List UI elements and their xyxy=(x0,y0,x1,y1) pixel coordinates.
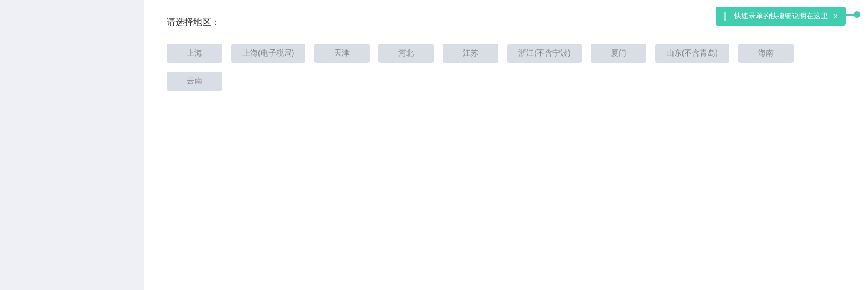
tooltip-text: 快速录单的快捷键说明在这里 xyxy=(734,11,828,21)
region-buttons: 上海上海(电子税局)天津河北江苏浙江(不含宁波)厦门山东(不含青岛)海南云南 xyxy=(167,44,846,91)
region-btn-shanghai-etax[interactable]: 上海(电子税局) xyxy=(231,44,305,63)
region-btn-hebei[interactable]: 河北 xyxy=(378,44,434,63)
region-btn-yunnan[interactable]: 云南 xyxy=(167,72,222,91)
tooltip-close-button[interactable]: × xyxy=(834,12,838,21)
region-btn-xiamen[interactable]: 厦门 xyxy=(591,44,646,63)
region-btn-tianjin[interactable]: 天津 xyxy=(314,44,370,63)
region-btn-zhejiang[interactable]: 浙江(不含宁波) xyxy=(507,44,581,63)
region-btn-shanghai[interactable]: 上海 xyxy=(167,44,222,63)
region-btn-shandong[interactable]: 山东(不含青岛) xyxy=(655,44,729,63)
sidebar xyxy=(0,0,144,290)
tooltip-end-dot xyxy=(854,11,860,18)
main-content: 请选择地区： 上海上海(电子税局)天津河北江苏浙江(不含宁波)厦门山东(不含青岛… xyxy=(144,0,868,290)
tooltip-bar: 快速录单的快捷键说明在这里 × xyxy=(716,7,846,26)
region-btn-hainan[interactable]: 海南 xyxy=(738,44,794,63)
region-btn-jiangsu[interactable]: 江苏 xyxy=(443,44,498,63)
